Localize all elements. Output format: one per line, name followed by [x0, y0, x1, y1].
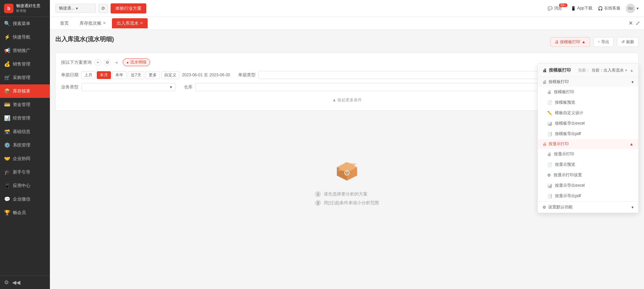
filter-setting-button[interactable]: ⚙ — [104, 59, 111, 66]
date-btn-7days[interactable]: 近7天 — [128, 71, 144, 79]
sidebar-item-finance[interactable]: 💳 资金管理 — [0, 98, 50, 111]
dp-item-template-print[interactable]: 🖨 按模板打印 — [538, 87, 638, 97]
excel-icon: 📊 — [547, 121, 552, 126]
date-field-label: 单据日期 — [61, 72, 79, 78]
tab-inventory-batch-label: 库存批次账 — [80, 20, 101, 26]
message-group[interactable]: 💬 消息 99+ — [548, 5, 565, 11]
topbar: 畅捷通... ▾ ⚙ 体验行业方案 💬 消息 99+ 📱 App下载 🎧 在线客… — [50, 0, 644, 17]
dp-chevron-up[interactable]: ▲ — [630, 68, 634, 72]
topbar-gear-button[interactable]: ⚙ — [98, 4, 108, 13]
tab-inventory-batch-close[interactable]: ✕ — [103, 21, 106, 25]
sidebar-item-label: 销售管理 — [13, 61, 30, 67]
message-badge: 99+ — [559, 3, 567, 7]
dp-item-template-export-pdf[interactable]: 📑 按模板导出pdf — [538, 129, 638, 139]
sidebar-item-appstore[interactable]: 📱 应用中心 — [0, 179, 50, 192]
sidebar-item-member[interactable]: 🏆 畅会员 — [0, 206, 50, 219]
app-download-group[interactable]: 📱 App下载 — [571, 5, 592, 11]
date-btn-this-month[interactable]: 本月 — [97, 71, 111, 79]
dp-template-section-header[interactable]: 🖨 按模板打印 ▾ — [538, 77, 638, 87]
date-range-end: 2023-06-30 — [209, 73, 230, 77]
date-range-start: 2023-06-01 — [182, 73, 203, 77]
message-icon: 💬 — [548, 6, 553, 11]
pdf-icon: 📑 — [547, 132, 552, 136]
filter-add-button[interactable]: + — [94, 59, 101, 66]
tab-stock-flow-close[interactable]: ✕ — [140, 21, 143, 25]
search-nav-icon: 🔍 — [4, 21, 10, 27]
sidebar-item-enterprise[interactable]: 🤝 企业协同 — [0, 152, 50, 165]
dp-item-template-export-excel[interactable]: 📊 按模板导出excel — [538, 118, 638, 129]
topbar-left: 畅捷通... ▾ ⚙ 体验行业方案 — [55, 3, 544, 14]
basic-icon: 🗃️ — [4, 129, 10, 135]
logo-sub: 标准版 — [16, 8, 40, 13]
logo-icon: b — [4, 4, 13, 13]
online-service-group[interactable]: 🎧 在线客服 — [598, 5, 620, 11]
sidebar-item-operations[interactable]: 📊 经营管理 — [0, 111, 50, 125]
export-button[interactable]: ↑ 导出 — [593, 37, 614, 47]
dp-footer[interactable]: ⚙ 设置默认功能 ▾ — [538, 201, 638, 213]
dp-item-display-print-settings[interactable]: ⚙ 按显示打印设置 — [538, 170, 638, 180]
filter-label: 按以下方案查询 — [61, 59, 92, 65]
collapse-sidebar-icon[interactable]: ◀◀ — [12, 279, 20, 286]
trial-industry-button[interactable]: 体验行业方案 — [111, 3, 146, 14]
sidebar-item-marketing[interactable]: 📢 营销推广 — [0, 44, 50, 57]
business-type-select[interactable]: ▾ — [81, 83, 176, 91]
empty-step-1: 1 请先选择要分析的方案 — [315, 191, 379, 197]
user-chevron-icon: ▾ — [637, 6, 639, 11]
settings-footer-icon[interactable]: ⚙ — [4, 279, 9, 286]
sidebar-item-system[interactable]: ⚙️ 系统管理 — [0, 138, 50, 152]
chevron-up-icon: ▲ — [332, 98, 336, 102]
filter-chip-liushui[interactable]: ● 流水明细 — [123, 58, 150, 66]
sidebar-item-label: 系统管理 — [13, 142, 30, 148]
sidebar-item-basic[interactable]: 🗃️ 基础信息 — [0, 125, 50, 138]
print-dropdown-panel: 🖨 按模板打印 当前： 当前：出入库流水 ▾ ▲ 🖨 按模板打印 ▾ — [537, 63, 639, 213]
date-shortcuts: 上月 本月 本年 近7天 更多 自定义 — [81, 71, 179, 79]
user-area[interactable]: Rit ▾ — [626, 4, 639, 13]
sidebar-item-guide[interactable]: 🎓 新手引导 — [0, 165, 50, 179]
operations-icon: 📊 — [4, 115, 10, 121]
sidebar-item-inventory[interactable]: 📦 库存核算 — [0, 84, 50, 98]
dp-item-display-preview[interactable]: 📄 按显示预览 — [538, 159, 638, 170]
dp-chevron-down[interactable]: ▾ — [625, 68, 627, 73]
tab-expand-button[interactable]: ⤢ — [636, 20, 640, 26]
tab-inventory-batch[interactable]: 库存批次账 ✕ — [75, 18, 111, 28]
dp-item-display-export-excel[interactable]: 📊 按显示导出excel — [538, 180, 638, 191]
display-excel-icon: 📊 — [547, 183, 552, 188]
logo-area: b 畅捷通好生意 标准版 — [0, 0, 50, 17]
date-btn-custom[interactable]: 自定义 — [161, 71, 179, 79]
dp-header-right: 当前： 当前：出入库流水 ▾ ▲ — [578, 68, 634, 73]
sales-icon: 💰 — [4, 61, 10, 67]
svg-point-4 — [344, 170, 350, 176]
tab-stock-flow[interactable]: 出入库流水 ✕ — [112, 18, 148, 28]
topbar-right: 💬 消息 99+ 📱 App下载 🎧 在线客服 Rit ▾ — [548, 4, 639, 13]
sidebar-item-wechat[interactable]: 💬 企业微信 — [0, 192, 50, 206]
dp-item-template-preview[interactable]: 📄 按模板预览 — [538, 97, 638, 108]
chip-icon: ● — [126, 60, 129, 64]
date-btn-this-year[interactable]: 本年 — [112, 71, 126, 79]
inventory-icon: 📦 — [4, 88, 10, 94]
date-btn-more[interactable]: 更多 — [146, 71, 160, 79]
dp-display-section-chevron: ▲ — [630, 142, 634, 147]
purchase-icon: 🛒 — [4, 75, 10, 81]
filter-collapse-button[interactable]: « — [113, 59, 120, 66]
dp-item-template-customize[interactable]: ✏️ 模板自定义设计 — [538, 108, 638, 118]
template-print-button[interactable]: 🖨 按模板打印 ▲ — [550, 37, 590, 47]
sidebar-item-label: 新手引导 — [13, 169, 30, 175]
dp-header: 🖨 按模板打印 当前： 当前：出入库流水 ▾ ▲ — [538, 64, 638, 77]
chevron-up-icon: ▲ — [582, 40, 586, 44]
tab-close-all-button[interactable]: ✕ — [628, 20, 633, 26]
sidebar-item-purchase[interactable]: 🛒 采购管理 — [0, 71, 50, 84]
date-btn-last-month[interactable]: 上月 — [81, 71, 95, 79]
sidebar-item-sales[interactable]: 💰 销售管理 — [0, 57, 50, 71]
dp-item-display-export-pdf[interactable]: 📑 按显示导出pdf — [538, 191, 638, 201]
refresh-button[interactable]: ↺ 刷新 — [617, 37, 639, 47]
shortcut-icon: ⚡ — [4, 34, 10, 40]
company-selector[interactable]: 畅捷通... ▾ — [55, 4, 96, 13]
warehouse-label: 仓库 — [184, 84, 193, 90]
sidebar-item-shortcut[interactable]: ⚡ 快捷导航 — [0, 30, 50, 44]
tab-home[interactable]: 首页 — [55, 18, 74, 28]
dp-display-section-header[interactable]: 🖨 按显示打印 ▲ — [538, 139, 638, 149]
empty-step-2: 2 用[过滤]条件来缩小分析范围 — [315, 200, 379, 206]
svg-point-6 — [348, 172, 349, 173]
sidebar-item-search[interactable]: 🔍 搜索菜单 — [0, 17, 50, 30]
dp-item-display-print[interactable]: 🖨 按显示打印 — [538, 149, 638, 159]
